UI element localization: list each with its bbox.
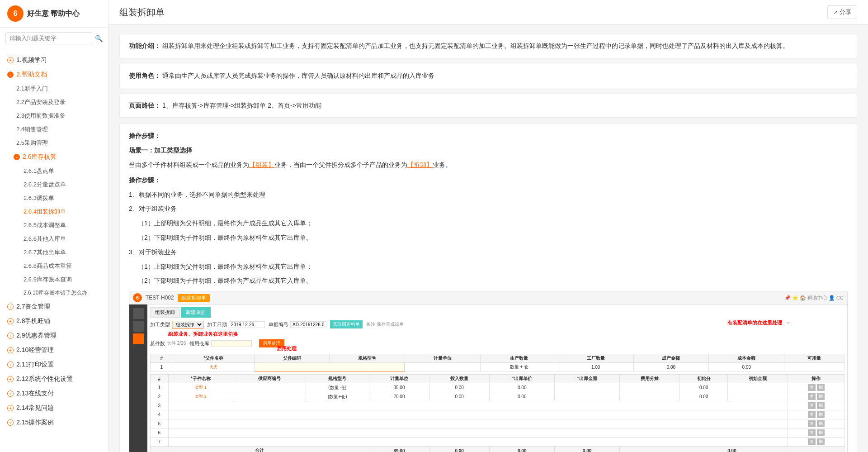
app-btn-new[interactable]: 组装拆卸单	[178, 294, 210, 302]
sidebar-item-print[interactable]: + 2.11打印设置	[0, 357, 108, 372]
btd-ops-3[interactable]: 复 删	[788, 401, 844, 410]
sidebar-item-video[interactable]: + 1.视频学习	[0, 53, 108, 67]
sidebar-item-sys[interactable]: + 2.12系统个性化设置	[0, 372, 108, 386]
annotation-usable-row: 启用处理	[277, 345, 844, 352]
sidebar-item-new[interactable]: 2.1新手入门	[0, 82, 108, 95]
sidebar-item-check[interactable]: 2.6.9库存账本查询	[0, 273, 108, 286]
sidebar-item-mgmt[interactable]: + 2.10经营管理	[0, 343, 108, 357]
field-date-input[interactable]	[229, 321, 265, 328]
sidebar-item-assembly[interactable]: 2.6.4组装拆卸单	[0, 205, 108, 219]
btn-del-5[interactable]: 删	[817, 420, 825, 427]
th-available: 可用量	[784, 354, 844, 363]
field-no-input[interactable]	[290, 321, 326, 328]
btn-del-4[interactable]: 删	[817, 411, 825, 418]
field-qty-label: 总件数	[150, 340, 165, 347]
btable-row-1: 1 类型 1 (数量-仓) 35.00 0.00 0.00	[151, 383, 844, 392]
step2-2: （2）下部明细为子件明细，最终作为原材料生成其它出库单。	[129, 233, 848, 243]
btn-extra[interactable]: 备注 保存完成该单	[366, 321, 404, 328]
btd-outprice-2: 0.00	[490, 392, 555, 401]
sidebar-item-stocktake[interactable]: 2.6.1盘点单	[0, 164, 108, 178]
field-no: 单据编号	[269, 321, 326, 328]
sidebar-item-coupon[interactable]: + 2.9优惠券管理	[0, 328, 108, 343]
btd-ops-2[interactable]: 复 删	[788, 392, 844, 401]
bth-init-amount: 初始金额	[728, 375, 788, 383]
btd-outamount-2	[555, 392, 620, 401]
sidebar-item-data[interactable]: 2.3使用前数据准备	[0, 109, 108, 123]
field-type-select[interactable]: 组装拆卸	[172, 321, 203, 328]
btn-select-template[interactable]: 选取固定料单	[330, 320, 363, 328]
btn-del-3[interactable]: 删	[817, 402, 825, 409]
btd-unit-1: 35.00	[369, 383, 429, 392]
app-content-area: 组装拆卸 新建单据 有装配清单的在这里处理 →	[147, 305, 847, 452]
btd-spec-2: (数量+仓)	[306, 392, 369, 401]
btn-copy-2[interactable]: 复	[808, 393, 816, 400]
content-area: 功能介绍： 组装拆卸单用来处理企业组装或拆卸等加工业务，支持有固定装配清单的产品…	[108, 25, 868, 452]
scenario1-title: 场景一：加工类型选择	[129, 145, 848, 156]
btd-num-6: 6	[151, 428, 169, 438]
expand-icon-case: +	[7, 419, 14, 426]
feature-intro-text: 组装拆卸单用来处理企业组装或拆卸等加工业务，支持有固定装配清单的产品加工业务，也…	[162, 42, 789, 49]
sidebar-item-split[interactable]: 2.6.2分量盘点单	[0, 178, 108, 191]
search-icon[interactable]: 🔍	[95, 35, 103, 42]
field-date-label: 加工日期	[207, 321, 227, 328]
btn-del-6[interactable]: 删	[817, 429, 825, 436]
bottom-table-area: 无固定清单可以直接在这里录入 # *子件名称 供应商编号 规格型号	[150, 374, 844, 452]
sidebar-item-install[interactable]: 2.2产品安装及登录	[0, 95, 108, 109]
btn-copy-3[interactable]: 复	[808, 402, 816, 409]
btn-del-7[interactable]: 删	[817, 438, 825, 445]
btd-supplier-2	[233, 392, 306, 401]
collapse-icon-inventory: -	[14, 154, 20, 160]
btd-ops-1[interactable]: 复 删	[788, 383, 844, 392]
bth-input-qty: 投入数量	[429, 375, 490, 383]
sidebar-item-docs[interactable]: - 2.帮助文档	[0, 67, 108, 82]
sidebar-item-sales[interactable]: 2.4销售管理	[0, 123, 108, 136]
sidebar-item-mobile[interactable]: + 2.8手机旺铺	[0, 314, 108, 328]
sidebar-item-faq[interactable]: + 2.14常见问题	[0, 401, 108, 415]
btn-copy-6[interactable]: 复	[808, 429, 816, 436]
sidebar-item-pay[interactable]: + 2.13在线支付	[0, 386, 108, 401]
sidebar-item-cost2[interactable]: 2.6.8商品成本重算	[0, 259, 108, 273]
btn-del-1[interactable]: 删	[817, 384, 825, 391]
btn-copy-1[interactable]: 复	[808, 384, 816, 391]
field-store: 领用仓库	[189, 340, 252, 347]
btn-copy-5[interactable]: 复	[808, 420, 816, 427]
search-input[interactable]	[5, 32, 92, 44]
expand-icon-mobile: +	[7, 318, 14, 324]
btd-num-1: 1	[151, 383, 169, 392]
field-store-label: 领用仓库	[189, 340, 209, 347]
sidebar-item-adjust[interactable]: 2.6.3调拨单	[0, 191, 108, 205]
btd-name-1: 类型 1	[168, 383, 233, 392]
bth-num: #	[151, 375, 169, 383]
th-unit: 计量单位	[405, 354, 481, 363]
field-store-input[interactable]	[211, 340, 252, 347]
btn-copy-7[interactable]: 复	[808, 438, 816, 445]
sidebar-item-case[interactable]: + 2.15操作案例	[0, 415, 108, 430]
th-parent-name: *父件名称	[173, 354, 254, 363]
btd-empty-7	[168, 438, 788, 447]
sidebar-item-purchase[interactable]: 2.5采购管理	[0, 136, 108, 150]
btd-num-2: 2	[151, 392, 169, 401]
sidebar-item-out[interactable]: 2.6.7其他出库单	[0, 246, 108, 259]
btd-ops-5[interactable]: 复 删	[788, 419, 844, 428]
btn-copy-4[interactable]: 复	[808, 411, 816, 418]
sidebar-item-in[interactable]: 2.6.6其他入库单	[0, 232, 108, 246]
btd-total-amount: 89.00	[369, 447, 429, 452]
btd-ops-4[interactable]: 复 删	[788, 410, 844, 419]
sidebar-item-finance[interactable]: + 2.7资金管理	[0, 300, 108, 314]
app-tab-assembly[interactable]: 组装拆卸	[150, 307, 180, 318]
annotation-switch: 组装业务、拆卸业务在这里切换	[168, 331, 238, 338]
btd-ops-7[interactable]: 复 删	[788, 438, 844, 447]
btd-ops-6[interactable]: 复 删	[788, 428, 844, 438]
sidebar-item-error[interactable]: 2.6.10库存账本错了怎么办	[0, 286, 108, 300]
td-available	[784, 363, 844, 371]
nav-list: + 1.视频学习 - 2.帮助文档 2.1新手入门 2.2产品安装及登录 2.3…	[0, 49, 108, 452]
app-title: TEST-H002	[146, 295, 174, 301]
th-factory-qty: 工厂数量	[558, 354, 633, 363]
sidebar-item-inventory[interactable]: - 2.6库存核算	[0, 150, 108, 164]
share-button[interactable]: ↗ 分享	[827, 5, 857, 19]
step3: 3、对于拆装业务	[129, 247, 848, 258]
btn-del-2[interactable]: 删	[817, 393, 825, 400]
sidebar-item-cost[interactable]: 2.6.5成本调整单	[0, 219, 108, 232]
app-tab-new[interactable]: 新建单据	[181, 307, 211, 318]
btd-total-extra: 0.00	[619, 447, 844, 452]
